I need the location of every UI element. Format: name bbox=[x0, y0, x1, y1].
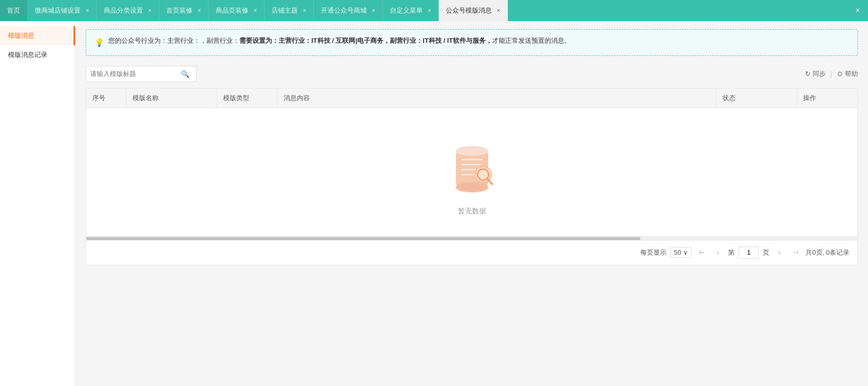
page-size-value: 50 bbox=[674, 249, 681, 256]
page-unit: 页 bbox=[763, 248, 769, 257]
nav-tab-home-decor-label: 首页装修 bbox=[166, 6, 192, 15]
nav-tab-template-msg-label: 公众号模版消息 bbox=[446, 6, 492, 15]
help-icon: ⊙ bbox=[837, 70, 843, 78]
search-input[interactable] bbox=[90, 70, 181, 78]
col-type: 模版类型 bbox=[217, 89, 278, 108]
chevron-down-icon: ∨ bbox=[683, 249, 688, 256]
pagination-summary: 共0页, 0条记录 bbox=[806, 248, 849, 257]
close-icon[interactable]: × bbox=[497, 7, 500, 14]
sync-button[interactable]: ↻ 同步 bbox=[805, 69, 826, 79]
di-label: 第 bbox=[728, 248, 735, 257]
nav-tab-theme[interactable]: 店铺主题 × bbox=[264, 0, 314, 21]
close-icon[interactable]: × bbox=[303, 7, 306, 14]
search-icon[interactable]: 🔍 bbox=[181, 70, 189, 78]
nav-tab-theme-label: 店铺主题 bbox=[272, 6, 298, 15]
page-size-select[interactable]: 50 ∨ bbox=[671, 247, 692, 258]
nav-tab-open-mall[interactable]: 开通公众号商城 × bbox=[314, 0, 383, 21]
notice-prefix: 您的公众号行业为：主营行业：，副营行业： bbox=[108, 37, 239, 44]
col-index: 序号 bbox=[86, 89, 126, 108]
notice-box: 💡 您的公众号行业为：主营行业：，副营行业：需要设置为：主营行业：IT科技 / … bbox=[86, 29, 858, 56]
nav-tab-category-label: 商品分类设置 bbox=[104, 6, 143, 15]
first-page-button[interactable]: ⊢ bbox=[696, 247, 708, 259]
top-nav: 首页 微商城店铺设置 × 商品分类设置 × 首页装修 × 商品页装修 × 店铺主… bbox=[0, 0, 868, 21]
table-container: 序号 模版名称 模版类型 消息内容 状态 操作 bbox=[86, 88, 858, 265]
col-content: 消息内容 bbox=[278, 89, 716, 108]
sidebar-item-template-msg-label: 模版消息 bbox=[8, 32, 34, 39]
content-area: 💡 您的公众号行业为：主营行业：，副营行业：需要设置为：主营行业：IT科技 / … bbox=[76, 21, 868, 386]
nav-tab-product-decor-label: 商品页装修 bbox=[216, 6, 248, 15]
nav-tab-home-decor[interactable]: 首页装修 × bbox=[159, 0, 209, 21]
toolbar: 🔍 ↻ 同步 | ⊙ 帮助 bbox=[86, 66, 858, 82]
scroll-thumb[interactable] bbox=[86, 237, 640, 240]
nav-tab-open-mall-label: 开通公众号商城 bbox=[321, 6, 367, 15]
empty-text: 暂无数据 bbox=[458, 207, 486, 216]
page-size-label: 每页显示 bbox=[640, 248, 666, 257]
notice-emphasis: 需要设置为：主营行业：IT科技 / 互联网|电子商务，副营行业：IT科技 / I… bbox=[239, 37, 492, 44]
empty-illustration bbox=[442, 138, 502, 199]
close-all-button[interactable]: × bbox=[847, 0, 868, 21]
svg-point-2 bbox=[456, 146, 488, 156]
pagination: 每页显示 50 ∨ ⊢ ‹ 第 页 › ⊣ 共0页, 0条记录 bbox=[86, 240, 857, 265]
sidebar-item-template-msg-record-label: 模版消息记录 bbox=[8, 51, 47, 58]
toolbar-right: ↻ 同步 | ⊙ 帮助 bbox=[805, 69, 858, 79]
close-icon[interactable]: × bbox=[253, 7, 257, 14]
prev-page-button[interactable]: ‹ bbox=[712, 247, 724, 259]
nav-tab-shop-setting[interactable]: 微商城店铺设置 × bbox=[28, 0, 97, 21]
bulb-icon: 💡 bbox=[94, 36, 104, 49]
nav-tab-template-msg[interactable]: 公众号模版消息 × bbox=[439, 0, 508, 21]
next-page-button[interactable]: › bbox=[773, 247, 785, 259]
scroll-track[interactable] bbox=[86, 236, 857, 240]
empty-state: 暂无数据 bbox=[86, 108, 857, 236]
close-icon[interactable]: × bbox=[197, 7, 201, 14]
nav-tab-custom-menu[interactable]: 自定义菜单 × bbox=[383, 0, 439, 21]
search-box: 🔍 bbox=[86, 66, 196, 82]
sidebar-item-template-msg[interactable]: 模版消息 bbox=[0, 26, 75, 45]
nav-tab-shop-setting-label: 微商城店铺设置 bbox=[35, 6, 81, 15]
sidebar-item-template-msg-record[interactable]: 模版消息记录 bbox=[0, 45, 75, 64]
notice-suffix: 才能正常发送预置的消息。 bbox=[492, 37, 571, 44]
table-header: 序号 模版名称 模版类型 消息内容 状态 操作 bbox=[86, 89, 857, 108]
sidebar: 模版消息 模版消息记录 bbox=[0, 21, 76, 386]
col-status: 状态 bbox=[716, 89, 797, 108]
col-action: 操作 bbox=[797, 89, 857, 108]
nav-tab-custom-menu-label: 自定义菜单 bbox=[390, 6, 423, 15]
divider: | bbox=[831, 70, 832, 78]
nav-tab-category[interactable]: 商品分类设置 × bbox=[97, 0, 159, 21]
help-button[interactable]: ⊙ 帮助 bbox=[837, 69, 858, 79]
last-page-button[interactable]: ⊣ bbox=[789, 247, 802, 259]
nav-tab-product-decor[interactable]: 商品页装修 × bbox=[209, 0, 264, 21]
close-icon[interactable]: × bbox=[148, 7, 152, 14]
svg-point-3 bbox=[456, 182, 488, 192]
nav-tab-home[interactable]: 首页 bbox=[0, 0, 28, 21]
close-icon[interactable]: × bbox=[372, 7, 375, 14]
notice-text: 您的公众号行业为：主营行业：，副营行业：需要设置为：主营行业：IT科技 / 互联… bbox=[108, 36, 571, 46]
main-layout: 模版消息 模版消息记录 💡 您的公众号行业为：主营行业：，副营行业：需要设置为：… bbox=[0, 21, 868, 386]
help-label: 帮助 bbox=[845, 69, 858, 79]
sync-label: 同步 bbox=[813, 69, 826, 79]
close-icon[interactable]: × bbox=[428, 7, 431, 14]
col-name: 模版名称 bbox=[126, 89, 217, 108]
close-icon[interactable]: × bbox=[86, 7, 89, 14]
page-number-input[interactable] bbox=[739, 247, 759, 259]
nav-tab-home-label: 首页 bbox=[7, 6, 20, 15]
refresh-icon: ↻ bbox=[805, 70, 811, 78]
